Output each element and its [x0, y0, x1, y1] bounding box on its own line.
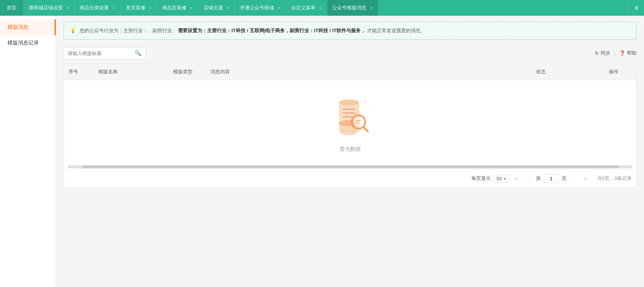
first-page-button[interactable]: ⊲ — [512, 174, 521, 183]
page-summary: 共0页，0条记录 — [597, 175, 632, 182]
close-icon[interactable]: × — [190, 6, 192, 10]
last-page-button[interactable]: ⊳ — [582, 174, 591, 183]
sync-button[interactable]: ↻ 同步 — [595, 50, 610, 57]
next-page-button[interactable]: › — [570, 174, 579, 183]
nav-tab-theme[interactable]: 店铺主题 × — [198, 0, 235, 16]
empty-text: 暂无数据 — [340, 146, 361, 153]
page-label-after: 页 — [562, 175, 567, 182]
svg-point-6 — [339, 100, 359, 106]
chevron-down-icon: ∨ — [503, 176, 506, 181]
nav-tab-menu[interactable]: 自定义菜单 × — [286, 0, 327, 16]
search-input-wrap[interactable]: 🔍 — [64, 47, 146, 59]
nav-tab-category[interactable]: 商品分类设置 × — [74, 0, 120, 16]
divider: | — [614, 51, 615, 56]
pagination: 每页显示 50 ∨ ⊲ ‹ 第 页 › ⊳ 共0页，0条记录 — [64, 170, 636, 187]
nav-tab-home[interactable]: 首页 — [0, 0, 24, 16]
horizontal-scrollbar[interactable] — [68, 165, 632, 168]
notice-box: 💡 您的公众号行业为：主营行业：，副营行业： 需要设置为：主营行业：IT科技 /… — [64, 22, 637, 40]
nav-tab-mall[interactable]: 开通公众号商城 × — [235, 0, 286, 16]
content-area: 💡 您的公众号行业为：主营行业：，副营行业： 需要设置为：主营行业：IT科技 /… — [56, 16, 644, 287]
search-actions: ↻ 同步 | ❓ 帮助 — [595, 50, 637, 57]
search-icon[interactable]: 🔍 — [135, 50, 142, 57]
close-icon[interactable]: × — [67, 6, 69, 10]
th-op: 操作 — [591, 64, 636, 80]
prev-page-button[interactable]: ‹ — [524, 174, 533, 183]
main-layout: 模版消息 模版消息记录 💡 您的公众号行业为：主营行业：，副营行业： 需要设置为… — [0, 16, 644, 287]
close-icon[interactable]: × — [319, 6, 321, 10]
th-seq: 序号 — [64, 64, 94, 80]
page-size-label: 每页显示 — [471, 175, 491, 182]
close-icon[interactable]: × — [370, 6, 372, 10]
sidebar-item-template-msg[interactable]: 模版消息 — [0, 19, 56, 35]
help-button[interactable]: ❓ 帮助 — [619, 50, 637, 57]
empty-svg-icon: ✦ ✦ — [328, 95, 373, 140]
empty-state: ✦ ✦ 暂无数据 — [64, 80, 636, 164]
th-name: 模版名称 — [94, 64, 169, 80]
close-icon[interactable]: × — [113, 6, 115, 10]
nav-tab-home-decor[interactable]: 首页装修 × — [121, 0, 157, 16]
current-page-input[interactable] — [544, 174, 559, 183]
th-content: 消息内容 — [206, 64, 531, 80]
table-header: 序号 模版名称 模版类型 消息内容 状态 操作 — [64, 64, 636, 80]
nav-tab-store[interactable]: 微商城店铺设置 × — [24, 0, 74, 16]
nav-tab-template-msg[interactable]: 公众号模版消息 × — [327, 0, 378, 16]
page-size-select[interactable]: 50 ∨ — [494, 175, 509, 183]
th-type: 模版类型 — [169, 64, 206, 80]
scrollbar-thumb[interactable] — [82, 165, 618, 168]
nav-tab-product-decor[interactable]: 商品页装修 × — [157, 0, 198, 16]
sidebar: 模版消息 模版消息记录 — [0, 16, 56, 287]
sidebar-item-template-msg-record[interactable]: 模版消息记录 — [0, 35, 56, 51]
search-input[interactable] — [68, 51, 133, 56]
svg-point-9 — [354, 117, 363, 126]
th-status: 状态 — [531, 64, 591, 80]
data-table: 序号 模版名称 模版类型 消息内容 状态 操作 — [64, 64, 637, 187]
close-all-button[interactable]: ✕ — [628, 0, 644, 16]
svg-text:✦: ✦ — [363, 99, 367, 104]
help-icon: ❓ — [619, 50, 625, 56]
close-icon[interactable]: × — [227, 6, 229, 10]
page-label-before: 第 — [536, 175, 541, 182]
notice-icon: 💡 — [70, 28, 76, 33]
sync-icon: ↻ — [595, 50, 599, 56]
search-bar: 🔍 ↻ 同步 | ❓ 帮助 — [64, 47, 637, 59]
top-nav: 首页 微商城店铺设置 × 商品分类设置 × 首页装修 × 商品页装修 × 店铺主… — [0, 0, 644, 16]
svg-text:✦: ✦ — [368, 106, 371, 109]
svg-line-10 — [363, 127, 368, 131]
empty-illustration: ✦ ✦ — [328, 95, 373, 140]
close-icon[interactable]: × — [278, 6, 280, 10]
close-icon[interactable]: × — [149, 6, 151, 10]
